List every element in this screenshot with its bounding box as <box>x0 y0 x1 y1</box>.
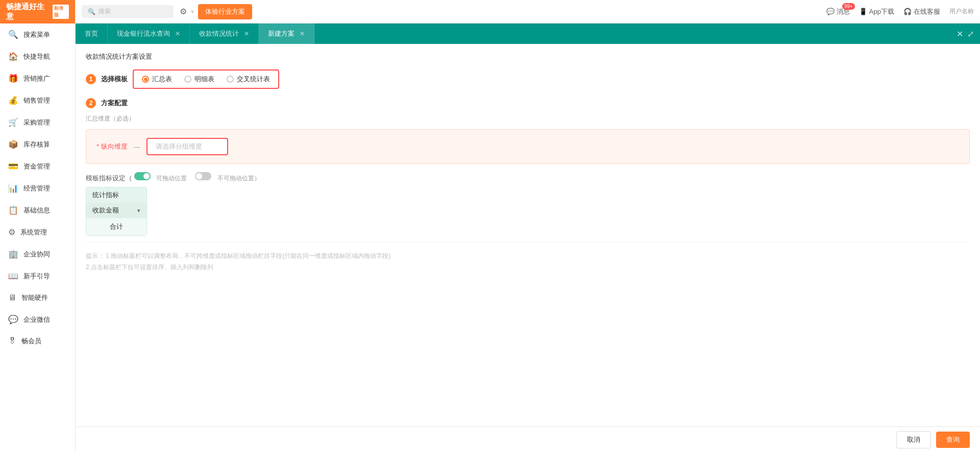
sales-icon: 💰 <box>8 96 18 105</box>
industry-btn[interactable]: 体验行业方案 <box>198 4 252 19</box>
sidebar-item-label: 基础信息 <box>23 206 50 215</box>
collection-amount-label: 收款金额 <box>92 206 119 215</box>
notification-badge: 99+ <box>842 3 855 10</box>
service-label: 在线客服 <box>914 7 940 16</box>
sidebar-item-label: 企业微信 <box>23 315 50 324</box>
sidebar-item-basic-info[interactable]: 📋 基础信息 <box>0 199 75 221</box>
basic-info-icon: 📋 <box>8 205 18 215</box>
download-icon: 📱 <box>859 8 867 15</box>
service-btn[interactable]: 🎧 在线客服 <box>903 7 940 16</box>
stat-table: 统计指标 收款金额 ▾ 合计 <box>86 187 147 236</box>
sidebar-item-marketing[interactable]: 🎁 营销推广 <box>0 67 75 89</box>
sidebar-item-system[interactable]: ⚙ 系统管理 <box>0 221 75 243</box>
stat-table-header: 统计指标 <box>86 187 146 203</box>
content-inner: 收款情况统计方案设置 1 选择模板 汇总表 明细表 <box>76 44 980 426</box>
sidebar-item-finance[interactable]: 💳 资金管理 <box>0 155 75 177</box>
sidebar-item-label: 新手引导 <box>23 272 50 281</box>
step2-label: 方案配置 <box>101 99 128 108</box>
sidebar-item-member[interactable]: 🎖 畅会员 <box>0 330 75 352</box>
guide-icon: 📖 <box>8 271 18 281</box>
dimension-area: * 纵向维度 — 请选择分组维度 <box>86 129 970 164</box>
page-title: 收款情况统计方案设置 <box>86 52 970 61</box>
window-maximize-icon[interactable]: ⤢ <box>967 29 974 39</box>
vertical-dim-label: * 纵向维度 <box>96 142 128 151</box>
sidebar-item-enterprise[interactable]: 🏢 企业协同 <box>0 243 75 265</box>
chevron-down-icon[interactable]: ▾ <box>137 207 140 214</box>
sidebar-item-purchase[interactable]: 🛒 采购管理 <box>0 111 75 133</box>
query-button[interactable]: 查询 <box>936 432 970 448</box>
sidebar-item-sales[interactable]: 💰 销售管理 <box>0 89 75 111</box>
sidebar-item-guide[interactable]: 📖 新手引导 <box>0 265 75 287</box>
sidebar-item-quick-nav[interactable]: 🏠 快捷导航 <box>0 45 75 67</box>
download-label: App下载 <box>869 7 894 16</box>
tab-collection-stat-close[interactable]: ✕ <box>244 30 249 37</box>
sidebar-item-search-menu[interactable]: 🔍 搜索菜单 <box>0 23 75 45</box>
dropdown-icon[interactable]: ▾ <box>191 8 194 15</box>
sidebar-item-operations[interactable]: 📊 经营管理 <box>0 177 75 199</box>
topbar: 🔍 搜索 ⚙ ▾ 体验行业方案 💬 消息 99+ 📱 App下载 🎧 在线客服 … <box>76 0 980 23</box>
search-menu-icon: 🔍 <box>8 30 18 39</box>
cancel-button[interactable]: 取消 <box>896 431 931 448</box>
sidebar-item-hardware[interactable]: 🖥 智能硬件 <box>0 287 75 308</box>
sidebar-item-wechat[interactable]: 💬 企业微信 <box>0 308 75 330</box>
sidebar-item-label: 资金管理 <box>23 162 50 171</box>
sidebar-item-label: 营销推广 <box>23 74 50 83</box>
collection-amount-row[interactable]: 收款金额 ▾ <box>86 203 146 218</box>
dimension-selector[interactable]: 请选择分组维度 <box>146 138 228 155</box>
download-btn[interactable]: 📱 App下载 <box>859 7 894 16</box>
sidebar-item-label: 系统管理 <box>20 228 47 237</box>
step1-number: 1 <box>86 74 96 84</box>
content-area: 收款情况统计方案设置 1 选择模板 汇总表 明细表 <box>76 44 980 426</box>
sidebar-item-label: 经营管理 <box>23 184 50 193</box>
radio-cross-circle <box>227 76 234 83</box>
sidebar-item-label: 畅会员 <box>21 337 41 346</box>
unmovable-toggle[interactable] <box>195 172 211 180</box>
tab-collection-stat-label: 收款情况统计 <box>199 29 239 38</box>
operations-icon: 📊 <box>8 183 18 193</box>
settings-icon[interactable]: ⚙ <box>180 7 187 16</box>
step2-header: 2 方案配置 <box>86 98 970 108</box>
tab-new-plan[interactable]: 新建方案 ✕ <box>259 23 314 44</box>
radio-summary[interactable]: 汇总表 <box>142 75 172 84</box>
tip-line2: 2.点击标题栏下拉可设置排序、插入列和删除列 <box>86 262 970 273</box>
notification-btn[interactable]: 💬 消息 99+ <box>826 7 850 16</box>
logo-badge: 标准版 <box>53 5 69 19</box>
tab-bank-flow-close[interactable]: ✕ <box>175 30 180 37</box>
tab-home[interactable]: 首页 <box>76 23 108 44</box>
tips-section: 提示： 1.拖动标题栏可以调整布局，不可跨维度或指标区域拖动栏目字段(只能在同一… <box>86 251 970 273</box>
radio-detail[interactable]: 明细表 <box>184 75 214 84</box>
template-options: 汇总表 明细表 交叉统计表 <box>133 69 279 89</box>
finance-icon: 💳 <box>8 161 18 171</box>
tab-bar: 首页 现金银行流水查询 ✕ 收款情况统计 ✕ 新建方案 ✕ ✕ ⤢ <box>76 23 980 44</box>
step2-number: 2 <box>86 98 96 108</box>
movable-toggle[interactable] <box>134 172 151 180</box>
tab-home-label: 首页 <box>85 29 98 38</box>
stat-label: 统计指标 <box>92 191 119 200</box>
sidebar-item-label: 搜索菜单 <box>23 30 50 39</box>
search-icon: 🔍 <box>88 8 95 15</box>
sidebar-logo: 畅捷通好生意 标准版 <box>0 0 75 23</box>
radio-cross-label: 交叉统计表 <box>237 75 270 84</box>
window-close-icon[interactable]: ✕ <box>957 29 963 39</box>
sidebar-item-label: 销售管理 <box>23 96 50 105</box>
dimension-title: 汇总维度（必选） <box>86 114 970 123</box>
radio-cross[interactable]: 交叉统计表 <box>227 75 270 84</box>
member-icon: 🎖 <box>8 337 16 346</box>
hardware-icon: 🖥 <box>8 293 16 302</box>
unmovable-label: 不可拖动位置） <box>217 175 260 182</box>
sidebar-item-inventory[interactable]: 📦 库存核算 <box>0 133 75 155</box>
radio-summary-circle <box>142 76 149 83</box>
topbar-right: 💬 消息 99+ 📱 App下载 🎧 在线客服 用户名称 <box>826 7 974 16</box>
tab-bank-flow[interactable]: 现金银行流水查询 ✕ <box>108 23 190 44</box>
tab-new-plan-close[interactable]: ✕ <box>300 30 305 37</box>
tab-new-plan-label: 新建方案 <box>268 29 295 38</box>
marketing-icon: 🎁 <box>8 74 18 83</box>
search-bar[interactable]: 🔍 搜索 <box>82 5 174 18</box>
search-placeholder: 搜索 <box>99 7 111 16</box>
enterprise-icon: 🏢 <box>8 249 18 259</box>
radio-detail-circle <box>184 76 191 83</box>
total-row: 合计 <box>86 218 146 235</box>
vertical-dimension-row: * 纵向维度 — 请选择分组维度 <box>96 138 959 155</box>
tab-collection-stat[interactable]: 收款情况统计 ✕ <box>190 23 259 44</box>
logo-text: 畅捷通好生意 <box>6 2 50 21</box>
